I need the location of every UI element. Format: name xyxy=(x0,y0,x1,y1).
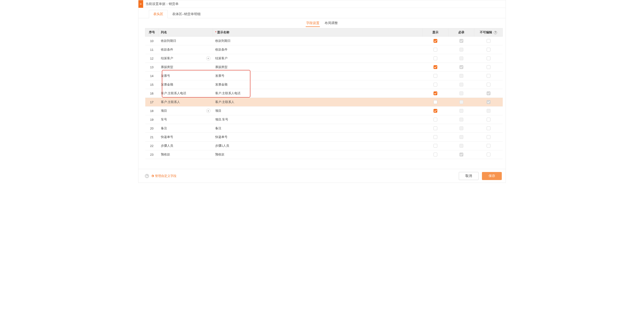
cell-required xyxy=(448,133,474,142)
checkbox-show[interactable] xyxy=(434,109,437,113)
cell-readonly xyxy=(474,133,503,142)
checkbox-show[interactable] xyxy=(434,83,437,86)
cell-col-name: 客户.主联系人 xyxy=(158,98,213,106)
checkbox-readonly[interactable] xyxy=(487,48,490,52)
table-row[interactable]: 15发票金额发票金额 xyxy=(145,80,503,89)
checkbox-readonly[interactable] xyxy=(487,39,490,43)
table-row[interactable]: 19车号项目.车号 xyxy=(145,115,503,124)
cell-readonly xyxy=(474,89,503,98)
footer-bar: ? 管理自定义字段 取消 保存 xyxy=(138,169,506,183)
cell-col-name: 步骤人员 xyxy=(158,142,213,150)
checkbox-show[interactable] xyxy=(434,65,437,69)
cell-display-name[interactable]: 票据类型 xyxy=(213,63,422,72)
table-row[interactable]: 10收款到期日收款到期日 xyxy=(145,36,503,45)
manage-custom-fields-link[interactable]: 管理自定义字段 xyxy=(151,174,176,178)
cell-readonly xyxy=(474,115,503,124)
cell-display-name[interactable]: 项目 xyxy=(213,106,422,115)
tab-0[interactable]: 表头区 xyxy=(149,10,168,18)
cell-readonly xyxy=(474,142,503,150)
checkbox-show[interactable] xyxy=(434,144,437,148)
cell-display-name[interactable]: 备注 xyxy=(213,124,422,133)
subtab-1[interactable]: 布局调整 xyxy=(324,20,338,27)
checkbox-required xyxy=(460,144,463,148)
cell-required xyxy=(448,89,474,98)
checkbox-readonly[interactable] xyxy=(487,144,490,148)
checkbox-required xyxy=(460,100,463,104)
checkbox-show[interactable] xyxy=(434,56,437,60)
cell-display-name[interactable]: 客户.主联系人 xyxy=(213,98,422,106)
th-readonly: 不可编辑 ? xyxy=(474,28,503,36)
cell-display-name[interactable]: 快递单号 xyxy=(213,133,422,142)
table-row[interactable]: 11收款条件收款条件 xyxy=(145,45,503,54)
table-row[interactable]: 16客户.主联系人电话客户.主联系人电话 xyxy=(145,89,503,98)
checkbox-required xyxy=(460,56,463,60)
checkbox-show[interactable] xyxy=(434,92,437,95)
checkbox-show[interactable] xyxy=(434,126,437,130)
checkbox-required xyxy=(460,152,463,156)
cell-display-name[interactable]: 项目.车号 xyxy=(213,115,422,124)
checkbox-required xyxy=(460,74,463,78)
cell-show xyxy=(422,142,448,150)
cell-show xyxy=(422,72,448,80)
checkbox-required xyxy=(460,135,463,139)
checkbox-readonly[interactable] xyxy=(487,65,490,69)
doc-name: 销货单 xyxy=(169,2,178,6)
cell-required xyxy=(448,54,474,63)
checkbox-readonly[interactable] xyxy=(487,74,490,78)
table-row[interactable]: 21快递单号快递单号 xyxy=(145,133,503,142)
table-row[interactable]: 20备注备注 xyxy=(145,124,503,133)
checkbox-show[interactable] xyxy=(434,39,437,43)
cell-display-name[interactable]: 收款到期日 xyxy=(213,36,422,45)
table-row[interactable]: 14发票号发票号 xyxy=(145,72,503,80)
cell-show xyxy=(422,106,448,115)
subtab-0[interactable]: 字段设置 xyxy=(306,20,320,27)
cell-required xyxy=(448,45,474,54)
checkbox-required xyxy=(460,92,463,95)
table-scroll[interactable]: 序号 列名 *显示名称 显示 必录 不可编辑 ? 10收款到期日收款到期日11收… xyxy=(138,28,506,169)
cell-display-name[interactable]: 步骤1人员 xyxy=(213,142,422,150)
checkbox-show[interactable] xyxy=(434,100,437,104)
cell-display-name[interactable]: 结算客户 xyxy=(213,54,422,63)
cell-seq: 18 xyxy=(145,106,158,115)
checkbox-readonly[interactable] xyxy=(487,118,490,122)
add-subfield-button[interactable]: + xyxy=(206,109,210,113)
cell-show xyxy=(422,98,448,106)
checkbox-readonly[interactable] xyxy=(487,126,490,130)
table-row[interactable]: 23预收款预收款 xyxy=(145,150,503,159)
checkbox-required xyxy=(460,118,463,122)
cell-seq: 15 xyxy=(145,80,158,89)
add-subfield-button[interactable]: + xyxy=(206,56,210,60)
table-row[interactable]: 13票据类型票据类型 xyxy=(145,63,503,72)
cell-display-name[interactable]: 发票金额 xyxy=(213,80,422,89)
cell-readonly xyxy=(474,63,503,72)
table-row[interactable]: 18项目+项目 xyxy=(145,106,503,115)
tab-1[interactable]: 表体区–销货单明细 xyxy=(168,10,205,18)
table-row[interactable]: 17客户.主联系人客户.主联系人 xyxy=(145,98,503,106)
checkbox-show[interactable] xyxy=(434,74,437,78)
title-prefix: 当前设置单据： xyxy=(146,2,169,6)
checkbox-show[interactable] xyxy=(434,48,437,52)
th-name: 列名 xyxy=(158,28,213,36)
checkbox-show[interactable] xyxy=(434,118,437,122)
table-row[interactable]: 12结算客户+结算客户 xyxy=(145,54,503,63)
checkbox-readonly[interactable] xyxy=(487,56,490,60)
cancel-button[interactable]: 取消 xyxy=(459,172,479,180)
checkbox-show[interactable] xyxy=(434,152,437,156)
cell-display-name[interactable]: 客户.主联系人电话 xyxy=(213,89,422,98)
checkbox-readonly xyxy=(487,109,490,113)
manage-custom-fields-text: 管理自定义字段 xyxy=(155,174,176,178)
cell-col-name: 客户.主联系人电话 xyxy=(158,89,213,98)
cell-display-name[interactable]: 预收款 xyxy=(213,150,422,159)
expand-sidebar-button[interactable] xyxy=(138,0,143,8)
table-row[interactable]: 22步骤人员步骤1人员 xyxy=(145,142,503,150)
save-button[interactable]: 保存 xyxy=(482,172,502,180)
help-icon[interactable]: ? xyxy=(494,31,497,34)
cell-show xyxy=(422,133,448,142)
checkbox-readonly[interactable] xyxy=(487,152,490,156)
checkbox-readonly[interactable] xyxy=(487,135,490,139)
footer-help-icon[interactable]: ? xyxy=(145,174,149,178)
cell-display-name[interactable]: 收款条件 xyxy=(213,45,422,54)
checkbox-show[interactable] xyxy=(434,135,437,139)
cell-display-name[interactable]: 发票号 xyxy=(213,72,422,80)
checkbox-readonly[interactable] xyxy=(487,83,490,86)
